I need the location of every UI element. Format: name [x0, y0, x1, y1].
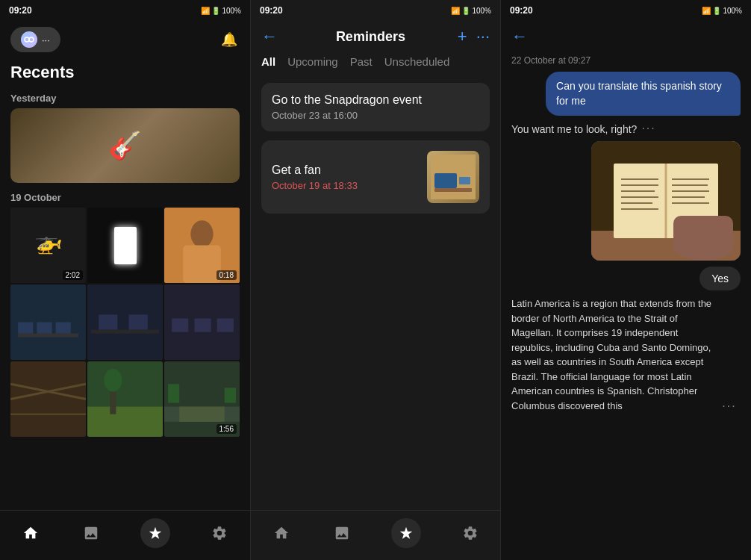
office-image-3	[164, 284, 240, 360]
reminder-1-date: October 23 at 16:00	[272, 110, 422, 121]
svg-rect-46	[621, 202, 652, 204]
msg-yes: Yes	[699, 267, 741, 290]
recents-title: Recents	[0, 55, 250, 87]
photo-grid: 🚁 2:02 0:18	[10, 208, 240, 437]
panel-photos: 09:20 📶 🔋 100% ··· 🔔 Recents Yesterday 🎸…	[0, 0, 250, 560]
more-options-btn[interactable]: ···	[476, 27, 490, 46]
reminder-card-2[interactable]: Get a fan October 19 at 18:33	[261, 140, 490, 214]
svg-rect-32	[168, 384, 179, 402]
phone-light	[114, 227, 137, 264]
svg-rect-50	[672, 190, 709, 192]
msg-received-row-1: You want me to look, right? ···	[511, 122, 741, 135]
photo-cell[interactable]: 1:56	[164, 361, 240, 437]
photo-cell[interactable]	[87, 208, 163, 283]
svg-rect-20	[217, 318, 234, 332]
svg-rect-43	[621, 184, 658, 186]
svg-rect-31	[179, 407, 225, 422]
svg-rect-35	[434, 173, 457, 188]
msg-latin-row: Latin America is a region that extends f…	[511, 296, 741, 413]
photos-bottom-nav	[0, 510, 250, 560]
photo-cell[interactable]	[164, 284, 240, 360]
logo-dots: ···	[42, 34, 50, 46]
battery-icon-rem: 🔋	[461, 7, 470, 15]
photo-cell[interactable]	[10, 284, 86, 360]
photo-cell[interactable]	[87, 284, 163, 360]
tab-unscheduled[interactable]: Unscheduled	[384, 52, 450, 71]
back-button-rem[interactable]: ←	[261, 27, 284, 46]
reminders-header: ← Reminders + ···	[251, 21, 500, 52]
battery-icon: 🔋	[211, 7, 220, 15]
status-icons-chat: 📶 🔋 100%	[702, 7, 742, 15]
reminder-2-title: Get a fan	[272, 164, 358, 177]
photos-nav-btn-rem[interactable]	[331, 522, 353, 544]
photo-bg-dark	[87, 208, 163, 283]
svg-rect-37	[434, 188, 472, 192]
status-bar-reminders: 09:20 📶 🔋 100%	[251, 0, 500, 21]
bell-icon[interactable]: 🔔	[219, 29, 240, 50]
office-image-2	[87, 284, 163, 360]
svg-point-1	[29, 37, 34, 42]
battery-pct-photos: 100%	[222, 7, 241, 15]
photo-cell[interactable]: 0:18	[164, 208, 240, 283]
reminder-card-2-text: Get a fan October 19 at 18:33	[272, 164, 358, 191]
svg-point-6	[190, 220, 213, 247]
photos-icon	[83, 525, 99, 541]
svg-rect-49	[672, 184, 708, 186]
svg-rect-42	[621, 178, 658, 180]
msg-received-1: You want me to look, right?	[511, 123, 637, 135]
reminder-2-date: October 19 at 18:33	[272, 180, 358, 191]
svg-rect-9	[18, 323, 33, 334]
video-duration: 2:02	[63, 270, 83, 280]
glasses-icon	[24, 34, 34, 45]
svg-rect-16	[91, 330, 159, 334]
photo-guitar: 🎸	[10, 108, 240, 183]
msg-latin-text: Latin America is a region that extends f…	[511, 296, 717, 413]
photos-nav-btn[interactable]	[80, 522, 102, 544]
battery-pct-rem: 100%	[472, 7, 491, 15]
svg-rect-45	[621, 196, 658, 198]
svg-rect-26	[87, 407, 163, 437]
tab-past[interactable]: Past	[350, 52, 373, 71]
reminder-2-thumb	[427, 151, 479, 203]
settings-nav-btn-rem[interactable]	[459, 522, 482, 544]
svg-rect-19	[194, 318, 211, 332]
time-chat: 09:20	[510, 5, 533, 16]
back-button-chat[interactable]: ←	[511, 27, 534, 46]
home-nav-btn[interactable]	[19, 522, 42, 544]
video-duration: 0:18	[216, 270, 237, 280]
photos-logo[interactable]: ···	[10, 27, 60, 52]
settings-nav-btn[interactable]	[208, 522, 231, 544]
reminder-card-1[interactable]: Go to the Snapdragon event October 23 at…	[261, 83, 490, 131]
net-image	[10, 361, 86, 437]
wifi-icon: 📶	[201, 7, 210, 15]
photo-cell[interactable]: 🚁 2:02	[10, 208, 86, 283]
settings-icon	[211, 525, 228, 541]
photo-guitar-container[interactable]: 🎸	[10, 108, 240, 183]
svg-rect-13	[87, 284, 163, 360]
svg-point-28	[104, 369, 122, 391]
video-duration: 1:56	[216, 424, 237, 434]
photo-cell[interactable]	[87, 361, 163, 437]
svg-rect-47	[621, 208, 658, 210]
wifi-icon-rem: 📶	[451, 7, 460, 15]
msg-image-book	[591, 141, 741, 261]
tab-all[interactable]: All	[261, 52, 275, 71]
sparkle-nav-btn-rem[interactable]	[391, 518, 421, 548]
status-icons-reminders: 📶 🔋 100%	[451, 7, 491, 15]
svg-rect-12	[18, 334, 78, 337]
tab-upcoming[interactable]: Upcoming	[287, 52, 338, 71]
photos-header: ··· 🔔	[0, 21, 250, 55]
svg-rect-11	[56, 323, 71, 334]
reminder-1-title: Go to the Snapdragon event	[272, 93, 422, 107]
add-reminder-btn[interactable]: +	[458, 27, 467, 46]
svg-rect-7	[183, 246, 221, 284]
svg-rect-18	[172, 318, 188, 332]
home-icon-rem	[273, 525, 290, 541]
home-nav-btn-rem[interactable]	[270, 522, 293, 544]
svg-rect-36	[459, 177, 470, 184]
panel-chat: 09:20 📶 🔋 100% ← 22 October at 09:27 Can…	[500, 0, 751, 560]
sparkle-nav-btn[interactable]	[140, 518, 170, 548]
photo-cell[interactable]	[10, 361, 86, 437]
svg-rect-10	[37, 323, 52, 334]
svg-rect-33	[225, 388, 236, 402]
